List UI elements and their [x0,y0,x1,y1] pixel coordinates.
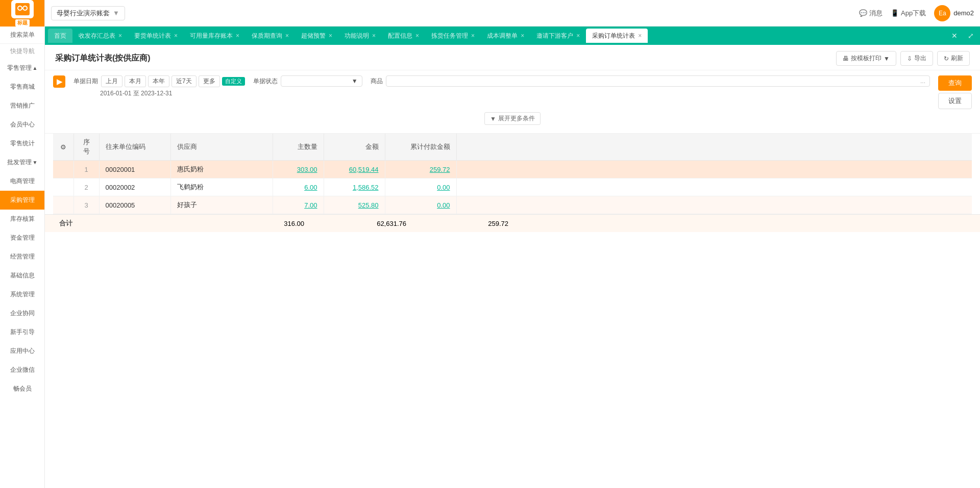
date-btn-last-month[interactable]: 上月 [101,75,122,87]
table-row: 3 00020005 好孩子 7.00 525.80 0.00 [53,196,972,214]
sidebar-item-member2[interactable]: 畅会员 [0,379,44,398]
tab-keyong[interactable]: 可用量库存账本 × [184,29,246,43]
sidebar-item-basic-label: 基础信息 [10,271,35,280]
tab-yaohuo[interactable]: 要货单统计表 × [128,29,184,43]
sidebar-item-member[interactable]: 会员中心 [0,115,44,134]
sidebar-item-purchase[interactable]: 采购管理 [0,191,44,210]
sidebar-item-retail-shop-label: 零售商城 [10,83,35,91]
sidebar-item-system[interactable]: 系统管理 [0,285,44,304]
cell-amount-3[interactable]: 525.80 [324,196,385,214]
cell-paid-2[interactable]: 0.00 [385,178,456,196]
workspace-selector[interactable]: 母婴行业演示账套 ▼ [51,6,125,20]
export-icon: ⇩ [907,55,912,62]
tab-yaoqing-label: 邀请下游客户 [536,32,573,40]
sidebar-item-wechat[interactable]: 企业微信 [0,361,44,379]
tab-chaochun-close[interactable]: × [329,32,332,39]
footer-quantity: 316.00 [202,220,304,227]
sidebar-item-retail-shop[interactable]: 零售商城 [0,78,44,96]
sidebar-item-appcenter[interactable]: 应用中心 [0,342,44,361]
sidebar-item-marketing[interactable]: 营销推广 [0,96,44,115]
main-area: 母婴行业演示账套 ▼ 💬 消息 📱 App下载 Ea demo2 首页 [45,0,980,488]
goods-input[interactable]: ... [386,75,930,87]
sidebar-item-retail-stat[interactable]: 零售统计 [0,134,44,153]
logo[interactable]: 标题 [0,0,44,27]
cell-code-3: 00020005 [99,196,170,214]
tab-zhahuo-close[interactable]: × [471,32,475,39]
sidebar-item-operation[interactable]: 经营管理 [0,247,44,266]
tab-fullscreen-btn[interactable]: ⤢ [965,30,977,42]
sidebar-item-basic[interactable]: 基础信息 [0,266,44,285]
tab-baozhi-close[interactable]: × [285,32,289,39]
page-content: 采购订单统计表(按供应商) 🖶 按模板打印 ▼ ⇩ 导出 ↻ 刷新 [45,45,980,488]
tabbar-actions: ✕ ⤢ [948,30,977,42]
tab-peizhi-close[interactable]: × [415,32,419,39]
tab-yaoqing[interactable]: 邀请下游客户 × [530,29,586,43]
tab-zhahuo[interactable]: 拣货任务管理 × [425,29,481,43]
tab-chaochun[interactable]: 超储预警 × [295,29,338,43]
table-footer-area: 合计 316.00 62,631.76 259.72 [45,214,980,232]
page-title: 采购订单统计表(按供应商) [55,53,151,64]
tab-shoufa[interactable]: 收发存汇总表 × [72,29,128,43]
cell-quantity-3[interactable]: 7.00 [273,196,324,214]
tab-yaohuo-close[interactable]: × [174,32,178,39]
tab-chengben-label: 成本调整单 [487,32,518,40]
sidebar-item-retail[interactable]: 零售管理 ▲ [0,59,44,78]
export-button[interactable]: ⇩ 导出 [900,51,933,66]
status-select[interactable]: ▼ [281,75,362,87]
setting-button[interactable]: 设置 [938,93,972,109]
more-filters-btn[interactable]: ▼ 展开更多条件 [484,112,541,125]
sidebar-item-newguide[interactable]: 新手引导 [0,323,44,342]
tab-baozhi[interactable]: 保质期查询 × [246,29,295,43]
tab-chengben-close[interactable]: × [521,32,524,39]
tab-caigou[interactable]: 采购订单统计表 × [586,29,648,43]
filter-area: ▶ 单据日期 上月 本月 本年 近7天 更多 自定义 [45,70,980,134]
topbar-right: 💬 消息 📱 App下载 Ea demo2 [859,5,974,21]
expand-filter-btn[interactable]: ▶ [53,75,65,88]
search-menu[interactable]: 搜索菜单 [0,27,44,44]
cell-amount-2[interactable]: 1,586.52 [324,178,385,196]
sidebar-item-enterprise[interactable]: 企业协同 [0,304,44,323]
tab-yaoqing-close[interactable]: × [576,32,580,39]
tab-chengben[interactable]: 成本调整单 × [481,29,530,43]
cell-quantity-2[interactable]: 6.00 [273,178,324,196]
tab-gongneng[interactable]: 功能说明 × [338,29,382,43]
tab-caigou-close[interactable]: × [638,32,642,39]
setting-icon: ⚙ [60,143,66,151]
retail-arrow-icon: ▲ [33,65,38,71]
date-btn-more[interactable]: 更多 [199,75,220,87]
avatar[interactable]: Ea [934,5,950,21]
app-download-action[interactable]: 📱 App下载 [891,9,926,18]
date-btn-this-month[interactable]: 本月 [125,75,146,87]
tab-shoufa-close[interactable]: × [118,32,122,39]
table-body: 1 00020001 惠氏奶粉 303.00 60,519.44 259.72 … [53,161,972,214]
tab-keyong-close[interactable]: × [236,32,239,39]
cell-num-1: 1 [74,161,99,178]
svg-point-4 [23,7,27,10]
tab-close-all-btn[interactable]: ✕ [948,30,961,42]
message-icon: 💬 [859,9,867,17]
cell-quantity-1[interactable]: 303.00 [273,161,324,178]
tab-peizhi-label: 配置信息 [388,32,412,40]
tab-home[interactable]: 首页 [48,29,72,43]
date-btn-this-year[interactable]: 本年 [148,75,169,87]
date-btn-7days[interactable]: 近7天 [172,75,197,87]
cell-paid-1[interactable]: 259.72 [385,161,456,178]
tab-peizhi[interactable]: 配置信息 × [382,29,425,43]
query-button[interactable]: 查询 [938,75,972,91]
refresh-button[interactable]: ↻ 刷新 [937,51,970,66]
sidebar-item-inventory[interactable]: 库存核算 [0,210,44,228]
svg-rect-0 [15,3,30,15]
tab-gongneng-close[interactable]: × [372,32,376,39]
sidebar-item-ecom[interactable]: 电商管理 [0,172,44,191]
sidebar-item-batch[interactable]: 批发管理 ▼ [0,153,44,172]
cell-amount-1[interactable]: 60,519.44 [324,161,385,178]
print-button[interactable]: 🖶 按模板打印 ▼ [836,51,896,66]
export-label: 导出 [914,54,926,63]
tab-chaochun-label: 超储预警 [301,32,326,40]
cell-paid-3[interactable]: 0.00 [385,196,456,214]
user-section[interactable]: Ea demo2 [934,5,974,21]
message-action[interactable]: 💬 消息 [859,9,883,18]
sidebar-item-newguide-label: 新手引导 [10,328,35,337]
table-footer: 合计 316.00 62,631.76 259.72 [45,214,980,232]
sidebar-item-finance[interactable]: 资金管理 [0,228,44,247]
